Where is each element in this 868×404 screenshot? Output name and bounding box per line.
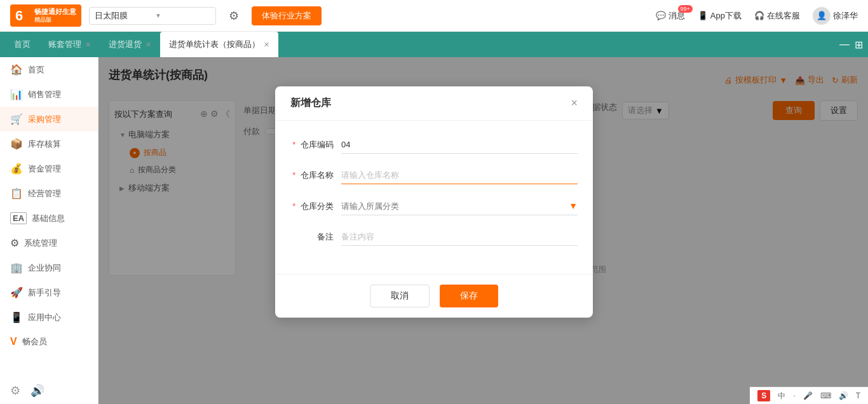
headset-icon: 🎧 [754, 11, 764, 20]
status-sound-icon: 🔊 [839, 391, 848, 400]
app-center-icon: 📱 [10, 311, 23, 323]
logo-icon: 6 [15, 8, 31, 23]
sidebar-item-basic-info[interactable]: EA 基础信息 [0, 206, 98, 231]
trial-button[interactable]: 体验行业方案 [252, 6, 322, 25]
sidebar-enterprise-label: 企业协同 [28, 262, 61, 274]
tab-purchase-stats-label: 进货单统计表（按商品） [169, 39, 260, 50]
sidebar-system-label: 系统管理 [24, 238, 57, 249]
warehouse-category-input[interactable] [341, 201, 569, 211]
sidebar-item-finance[interactable]: 💰 资金管理 [0, 156, 98, 181]
modal-backdrop: 新增仓库 × * 仓库编码 * [98, 57, 868, 404]
sidebar-vip-label: 畅会员 [22, 336, 47, 347]
warehouse-name-input[interactable] [341, 166, 578, 184]
required-star-2: * [292, 170, 295, 180]
category-dropdown-icon: ▼ [569, 201, 578, 211]
tab-bar: 首页 账套管理 ✕ 进货退货 ✕ 进货单统计表（按商品） ✕ — ⊞ [0, 32, 868, 57]
sidebar-finance-label: 资金管理 [28, 163, 61, 175]
warehouse-code-label: * 仓库编码 [290, 139, 341, 151]
app-download-button[interactable]: 📱 App下载 [698, 10, 742, 22]
tab-purchase-return[interactable]: 进货退货 ✕ [100, 32, 160, 57]
status-mic-icon: 🎤 [803, 391, 813, 400]
messages-button[interactable]: 💬 消息 99+ [656, 10, 685, 22]
sidebar-guide-label: 新手引导 [28, 287, 61, 299]
content-area: 进货单统计(按商品) 🖨 按模板打印 ▼ 📤 导出 ↻ 刷新 [98, 57, 868, 404]
vip-icon: V [10, 336, 17, 347]
modal-footer: 取消 保存 [275, 274, 593, 318]
modal-close-button[interactable]: × [571, 97, 578, 110]
sidebar-item-system[interactable]: ⚙ 系统管理 [0, 231, 98, 255]
status-bar: S 中 · 🎤 ⌨ 🔊 T [750, 387, 868, 404]
sidebar-item-sales[interactable]: 📊 销售管理 [0, 82, 98, 107]
sidebar-basic-info-label: 基础信息 [32, 213, 65, 224]
search-arrow-icon: ▼ [155, 12, 210, 19]
tab-account-close-icon[interactable]: ✕ [85, 41, 91, 49]
sidebar-inventory-label: 库存核算 [28, 138, 61, 150]
warehouse-category-select[interactable]: ▼ [341, 197, 578, 215]
tab-account-label: 账套管理 [48, 39, 81, 50]
status-zh-icon: 中 [778, 391, 785, 401]
tab-bar-controls: — ⊞ [839, 39, 863, 51]
message-icon: 💬 [656, 11, 666, 20]
top-header: 6 畅捷通好生意 精品版 日太阳膜 ▼ ⚙ 体验行业方案 💬 消息 99+ 📱 … [0, 0, 868, 32]
tab-purchase-return-close-icon[interactable]: ✕ [146, 41, 151, 49]
sidebar-bottom: ⚙ 🔊 [0, 377, 98, 404]
warehouse-category-row: * 仓库分类 ▼ [290, 197, 578, 215]
remark-row: 备注 [290, 228, 578, 246]
logo-area: 6 畅捷通好生意 精品版 [10, 4, 81, 27]
tab-home-label: 首页 [14, 39, 31, 50]
tab-purchase-stats[interactable]: 进货单统计表（按商品） ✕ [160, 32, 278, 57]
save-button[interactable]: 保存 [440, 285, 498, 307]
sidebar-settings-icon[interactable]: ⚙ [10, 384, 20, 398]
search-value: 日太阳膜 [95, 10, 150, 22]
sidebar-collapse-icon[interactable]: 🔊 [31, 384, 44, 398]
modal-title: 新增仓库 [290, 97, 331, 110]
status-keyboard-icon: ⌨ [820, 391, 831, 400]
finance-icon: 💰 [10, 163, 23, 175]
user-profile[interactable]: 👤 徐泽华 [813, 7, 858, 25]
warehouse-code-input[interactable] [341, 136, 578, 154]
home-icon: 🏠 [10, 64, 23, 76]
sidebar-home-label: 首页 [28, 64, 44, 76]
sidebar-item-home[interactable]: 🏠 首页 [0, 57, 98, 82]
basic-info-icon: EA [10, 212, 27, 224]
tab-purchase-stats-close-icon[interactable]: ✕ [264, 41, 269, 49]
online-service-button[interactable]: 🎧 在线客服 [754, 10, 800, 22]
tab-account-management[interactable]: 账套管理 ✕ [39, 32, 100, 57]
tab-purchase-return-label: 进货退货 [109, 39, 142, 50]
sidebar-item-operations[interactable]: 📋 经营管理 [0, 181, 98, 206]
username: 徐泽华 [833, 10, 858, 22]
operations-icon: 📋 [10, 187, 23, 199]
remark-input[interactable] [341, 228, 578, 246]
modal-header: 新增仓库 × [275, 86, 593, 121]
sidebar-item-purchase[interactable]: 🛒 采购管理 [0, 107, 98, 131]
logo-text: 畅捷通好生意 [34, 7, 76, 16]
warehouse-name-row: * 仓库名称 [290, 166, 578, 184]
avatar: 👤 [813, 7, 831, 25]
app-download-label: App下载 [710, 10, 742, 22]
sidebar-item-inventory[interactable]: 📦 库存核算 [0, 131, 98, 156]
cancel-button[interactable]: 取消 [370, 285, 430, 307]
tab-grid-icon[interactable]: ⊞ [855, 39, 863, 51]
phone-icon: 📱 [698, 11, 708, 20]
required-star: * [292, 140, 295, 149]
logo-sub: 精品版 [34, 16, 76, 24]
settings-icon[interactable]: ⚙ [224, 6, 244, 26]
status-t-icon: T [856, 391, 860, 400]
messages-badge: 99+ [678, 5, 693, 13]
main-layout: 🏠 首页 📊 销售管理 🛒 采购管理 📦 库存核算 💰 资金管理 📋 经营管理 … [0, 57, 868, 404]
inventory-icon: 📦 [10, 138, 23, 150]
warehouse-code-row: * 仓库编码 [290, 136, 578, 154]
sidebar: 🏠 首页 📊 销售管理 🛒 采购管理 📦 库存核算 💰 资金管理 📋 经营管理 … [0, 57, 98, 404]
sidebar-item-vip[interactable]: V 畅会员 [0, 330, 98, 354]
tab-minimize-icon[interactable]: — [839, 39, 850, 51]
sidebar-operations-label: 经营管理 [28, 188, 61, 199]
search-bar[interactable]: 日太阳膜 ▼ [89, 7, 216, 25]
sidebar-item-app-center[interactable]: 📱 应用中心 [0, 305, 98, 330]
status-s-icon: S [757, 390, 770, 401]
sidebar-item-enterprise[interactable]: 🏢 企业协同 [0, 255, 98, 280]
required-star-3: * [292, 201, 295, 211]
sidebar-sales-label: 销售管理 [28, 89, 61, 100]
tab-home[interactable]: 首页 [5, 32, 39, 57]
sidebar-item-guide[interactable]: 🚀 新手引导 [0, 280, 98, 305]
header-right: 💬 消息 99+ 📱 App下载 🎧 在线客服 👤 徐泽华 [656, 7, 858, 25]
